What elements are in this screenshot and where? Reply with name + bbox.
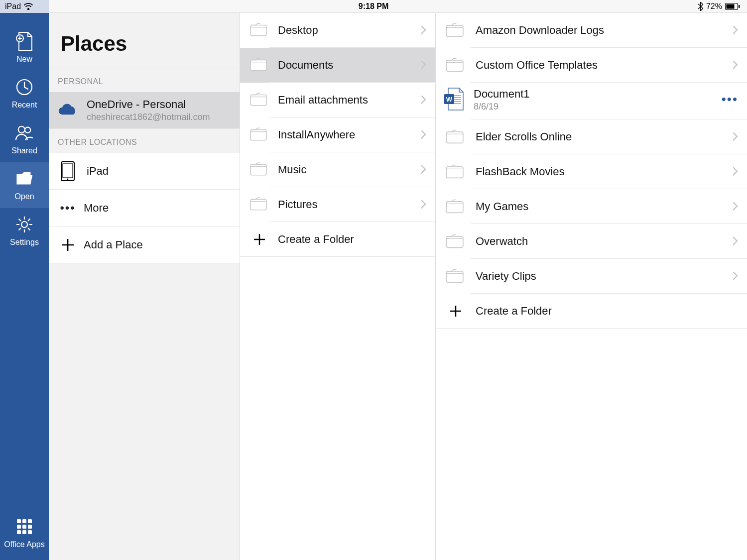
plus-icon xyxy=(250,234,269,245)
chevron-right-icon xyxy=(733,132,738,141)
sidebar-label: Recent xyxy=(12,101,37,110)
svg-point-9 xyxy=(21,222,27,227)
folder-icon xyxy=(250,197,269,212)
wifi-icon xyxy=(24,3,33,10)
create-folder-button[interactable]: Create a Folder xyxy=(240,222,435,257)
svg-point-1 xyxy=(27,7,29,9)
folder-icon xyxy=(250,23,269,38)
section-header-personal: PERSONAL xyxy=(49,68,240,92)
place-email: cheshirecat1862@hotmail.com xyxy=(87,112,210,122)
folder-row[interactable]: Amazon Downloader Logs xyxy=(436,13,747,48)
chevron-right-icon xyxy=(421,26,426,35)
place-name: More xyxy=(84,202,109,215)
folder-icon xyxy=(250,127,269,142)
svg-rect-15 xyxy=(28,525,32,529)
document-name: Document1 xyxy=(474,88,722,101)
sidebar-item-settings[interactable]: Settings xyxy=(0,208,49,254)
more-dots-icon: ••• xyxy=(58,201,78,215)
svg-rect-10 xyxy=(17,519,21,523)
svg-point-21 xyxy=(67,178,69,180)
document-date: 8/6/19 xyxy=(474,102,722,112)
folder-row[interactable]: Desktop xyxy=(240,13,435,48)
folder-name: Overwatch xyxy=(476,235,733,248)
carrier-label: iPad xyxy=(5,2,21,11)
plus-icon xyxy=(58,239,78,251)
chevron-right-icon xyxy=(421,96,426,105)
svg-rect-3 xyxy=(727,4,735,8)
svg-point-8 xyxy=(25,127,30,133)
folder-icon xyxy=(250,162,269,177)
sidebar-label: Shared xyxy=(11,146,37,155)
svg-rect-16 xyxy=(17,530,21,534)
folder-icon xyxy=(446,234,466,249)
place-add[interactable]: Add a Place xyxy=(49,226,240,263)
sidebar-item-open[interactable]: Open xyxy=(0,162,49,208)
place-more[interactable]: ••• More xyxy=(49,190,240,226)
folder-row[interactable]: Documents xyxy=(240,48,435,83)
folder-icon xyxy=(250,58,269,73)
bluetooth-icon xyxy=(698,2,703,11)
folder-row[interactable]: Music xyxy=(240,152,435,187)
create-folder-label: Create a Folder xyxy=(476,305,738,318)
place-onedrive[interactable]: OneDrive - Personal cheshirecat1862@hotm… xyxy=(49,92,240,129)
create-folder-button[interactable]: Create a Folder xyxy=(436,294,747,329)
battery-percent: 72% xyxy=(706,2,722,11)
folder-row[interactable]: Elder Scrolls Online xyxy=(436,119,747,154)
create-folder-label: Create a Folder xyxy=(278,233,426,246)
place-name: Add a Place xyxy=(84,238,143,251)
section-header-other: OTHER LOCATIONS xyxy=(49,129,240,153)
folder-icon xyxy=(250,93,269,108)
svg-point-7 xyxy=(18,126,25,133)
folder-column-1: Desktop Documents Email attachments Inst… xyxy=(240,13,436,560)
chevron-right-icon xyxy=(733,26,738,35)
svg-rect-18 xyxy=(28,530,32,534)
onedrive-icon xyxy=(58,101,78,120)
folder-name: Pictures xyxy=(278,198,421,211)
folder-row[interactable]: Custom Office Templates xyxy=(436,48,747,83)
sidebar-item-office-apps[interactable]: Office Apps xyxy=(0,510,49,560)
chevron-right-icon xyxy=(733,202,738,211)
folder-row[interactable]: Email attachments xyxy=(240,83,435,117)
document-row[interactable]: W Document1 8/6/19 ••• xyxy=(436,83,747,119)
folder-row[interactable]: Variety Clips xyxy=(436,259,747,294)
gear-icon xyxy=(15,215,34,234)
places-column: Places PERSONAL OneDrive - Personal ches… xyxy=(49,13,240,560)
svg-text:W: W xyxy=(446,96,453,103)
folder-name: Elder Scrolls Online xyxy=(476,130,733,143)
sidebar: New Recent Shared Open Settings xyxy=(0,13,49,560)
ipad-icon xyxy=(58,161,78,181)
sidebar-item-new[interactable]: New xyxy=(0,25,49,71)
folder-name: Music xyxy=(278,163,421,176)
folder-icon xyxy=(446,23,466,38)
folder-icon xyxy=(446,269,466,284)
folder-row[interactable]: Overwatch xyxy=(436,224,747,259)
place-name: iPad xyxy=(87,165,109,178)
folder-name: Desktop xyxy=(278,24,421,37)
folder-row[interactable]: My Games xyxy=(436,189,747,224)
svg-rect-12 xyxy=(28,519,32,523)
folder-column-2: Amazon Downloader Logs Custom Office Tem… xyxy=(436,13,747,560)
folder-name: My Games xyxy=(476,200,733,213)
chevron-right-icon xyxy=(733,61,738,70)
folder-name: Email attachments xyxy=(278,94,421,107)
folder-row[interactable]: FlashBack Movies xyxy=(436,154,747,189)
place-name: OneDrive - Personal xyxy=(87,98,210,111)
sidebar-label: Open xyxy=(14,192,34,201)
more-actions-button[interactable]: ••• xyxy=(722,83,738,107)
status-bar: iPad 9:18 PM 72% xyxy=(0,0,747,13)
folder-row[interactable]: InstallAnywhere xyxy=(240,117,435,152)
battery-icon xyxy=(725,3,740,10)
folder-name: InstallAnywhere xyxy=(278,128,421,141)
svg-rect-4 xyxy=(739,5,740,8)
sidebar-item-shared[interactable]: Shared xyxy=(0,116,49,162)
sidebar-item-recent[interactable]: Recent xyxy=(0,71,49,116)
people-icon xyxy=(15,123,34,142)
folder-icon xyxy=(446,58,466,73)
clock-icon xyxy=(15,78,34,97)
svg-rect-13 xyxy=(17,525,21,529)
place-ipad[interactable]: iPad xyxy=(49,153,240,190)
folder-row[interactable]: Pictures xyxy=(240,187,435,222)
sidebar-label: New xyxy=(16,55,32,64)
folder-icon xyxy=(446,164,466,179)
folder-name: Custom Office Templates xyxy=(476,59,733,72)
